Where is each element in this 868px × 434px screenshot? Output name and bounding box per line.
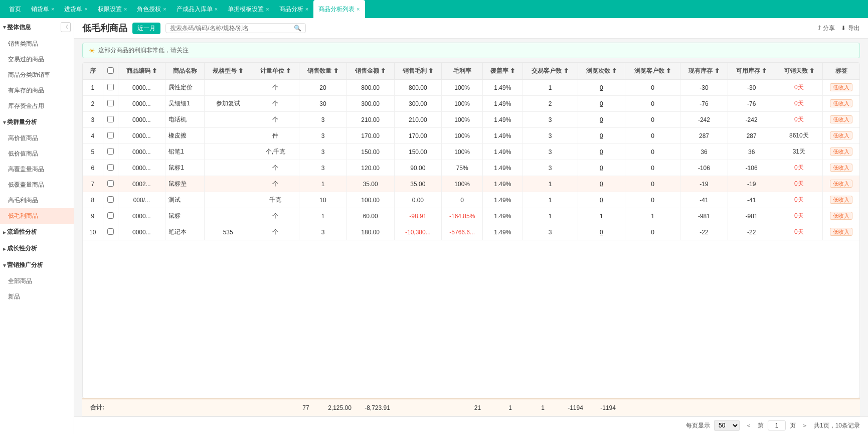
cell-tags: 低收入 xyxy=(823,112,859,128)
cell-qty: 1 xyxy=(299,208,347,224)
cell-check[interactable] xyxy=(103,192,118,208)
cell-trade-customers: 1 xyxy=(523,192,578,208)
sidebar-group-category-analysis[interactable]: ▾ 类群量分析 xyxy=(0,114,74,130)
cell-check[interactable] xyxy=(103,176,118,192)
cell-gross-rate: 100% xyxy=(442,96,483,112)
tag-badge: 低收入 xyxy=(830,115,852,123)
cell-cover-rate: 1.49% xyxy=(483,224,523,240)
sidebar-item-low-value[interactable]: 低价值商品 xyxy=(0,146,74,162)
cell-current-stock: -242 xyxy=(680,112,728,128)
nav-product-analysis-list[interactable]: 商品分析列表× xyxy=(313,0,365,18)
cell-trade-customers: 3 xyxy=(523,224,578,240)
page-input[interactable] xyxy=(768,420,786,430)
sidebar-item-traded-goods[interactable]: 交易过的商品 xyxy=(0,52,74,67)
cell-unit: 个 xyxy=(252,208,299,224)
sidebar-group-overall[interactable]: ▾ 整体信息 《 xyxy=(0,18,74,36)
nav-purchase-order[interactable]: 进货单× xyxy=(59,0,92,18)
cell-spec xyxy=(204,112,252,128)
cell-sale-days: 8610天 xyxy=(775,128,823,144)
th-tags: 标签 xyxy=(823,63,859,80)
cell-check[interactable] xyxy=(103,208,118,224)
cell-seq: 9 xyxy=(83,208,103,224)
cell-gross-profit: 800.00 xyxy=(394,80,442,96)
export-btn[interactable]: ⬇ 导出 xyxy=(841,24,860,33)
th-check[interactable] xyxy=(103,63,118,80)
cell-avail-stock: 36 xyxy=(728,144,775,160)
sidebar-item-new-goods[interactable]: 新品 xyxy=(0,289,74,305)
nav-home[interactable]: 首页 xyxy=(4,0,26,18)
tag-badge: 低收入 xyxy=(830,83,852,91)
cell-check[interactable] xyxy=(103,144,118,160)
cell-seq: 6 xyxy=(83,160,103,176)
cell-gross-profit: 170.00 xyxy=(394,128,442,144)
cell-code: 0000... xyxy=(118,208,165,224)
nav-sales-order[interactable]: 销货单× xyxy=(26,0,59,18)
th-qty: 销售数量 ⬆ xyxy=(299,63,347,80)
sidebar-group-flow-analysis[interactable]: ▸ 流通性分析 xyxy=(0,224,74,240)
cell-check[interactable] xyxy=(103,224,118,240)
cell-check[interactable] xyxy=(103,128,118,144)
cell-unit: 千克 xyxy=(252,192,299,208)
cell-qty: 10 xyxy=(299,192,347,208)
nav-role-auth[interactable]: 角色授权× xyxy=(132,0,171,18)
sidebar-item-all-goods[interactable]: 全部商品 xyxy=(0,273,74,289)
cell-check[interactable] xyxy=(103,160,118,176)
cell-name: 吴细细1 xyxy=(165,96,205,112)
nav-product-inbound[interactable]: 产成品入库单× xyxy=(171,0,223,18)
sidebar-item-high-value[interactable]: 高价值商品 xyxy=(0,130,74,146)
th-trade-customers: 交易客户数 ⬆ xyxy=(523,63,578,80)
sidebar-group-growth-analysis[interactable]: ▸ 成长性分析 xyxy=(0,240,74,257)
table-row: 5 0000... 铅笔1 个,千克 3 150.00 150.00 100% … xyxy=(83,144,859,160)
total-label: 合计: xyxy=(90,403,110,412)
next-page-btn[interactable]: ＞ xyxy=(800,420,810,431)
sidebar-item-low-margin[interactable]: 低毛利商品 xyxy=(0,208,74,224)
prev-page-btn[interactable]: ＜ xyxy=(744,420,754,431)
sidebar-item-sales-goods[interactable]: 销售类商品 xyxy=(0,36,74,52)
cell-spec xyxy=(204,128,252,144)
cell-current-stock: -19 xyxy=(680,176,728,192)
cell-gross-rate: 100% xyxy=(442,176,483,192)
th-cover-rate: 覆盖率 ⬆ xyxy=(483,63,523,80)
th-gross-rate: 毛利率 xyxy=(442,63,483,80)
total-browse-count: 1 xyxy=(494,404,527,411)
cell-current-stock: -76 xyxy=(680,96,728,112)
cell-tags: 低收入 xyxy=(823,224,859,240)
share-btn[interactable]: ⤴ 分享 xyxy=(818,24,835,33)
sidebar-item-high-coverage[interactable]: 高覆盖量商品 xyxy=(0,162,74,177)
sidebar-item-instock-goods[interactable]: 有库存的商品 xyxy=(0,83,74,98)
cell-unit: 个 xyxy=(252,80,299,96)
page-size-select[interactable]: 50 100 200 xyxy=(714,420,740,431)
cell-tags: 低收入 xyxy=(823,176,859,192)
export-icon: ⬇ xyxy=(841,25,846,32)
main-layout: ▾ 整体信息 《 销售类商品 交易过的商品 商品分类助销率 有库存的商品 库存资… xyxy=(0,18,868,434)
cell-tags: 低收入 xyxy=(823,208,859,224)
cell-qty: 3 xyxy=(299,112,347,128)
cell-cover-rate: 1.49% xyxy=(483,112,523,128)
cell-check[interactable] xyxy=(103,80,118,96)
cell-current-stock: -106 xyxy=(680,160,728,176)
cell-sale-days: 0天 xyxy=(775,224,823,240)
cell-seq: 2 xyxy=(83,96,103,112)
cell-name: 鼠标1 xyxy=(165,160,205,176)
sidebar-item-stock-capital[interactable]: 库存资金占用 xyxy=(0,98,74,114)
sidebar-collapse-btn[interactable]: 《 xyxy=(61,22,71,32)
cell-code: 0002... xyxy=(118,176,165,192)
nav-product-analysis[interactable]: 商品分析× xyxy=(274,0,313,18)
cell-trade-customers: 3 xyxy=(523,144,578,160)
nav-permissions[interactable]: 权限设置× xyxy=(93,0,132,18)
cell-current-stock: -30 xyxy=(680,80,728,96)
select-all-checkbox[interactable] xyxy=(107,67,114,74)
cell-sale-days: 31天 xyxy=(775,144,823,160)
sidebar-item-low-coverage[interactable]: 低覆盖量商品 xyxy=(0,177,74,193)
cell-avail-stock: -981 xyxy=(728,208,775,224)
filter-recent-month-btn[interactable]: 近一月 xyxy=(132,23,160,34)
sidebar-item-goods-category-rate[interactable]: 商品分类助销率 xyxy=(0,67,74,83)
cell-browse-count: 0 xyxy=(578,224,625,240)
cell-check[interactable] xyxy=(103,96,118,112)
search-icon[interactable]: 🔍 xyxy=(294,25,301,32)
sidebar-item-high-margin[interactable]: 高毛利商品 xyxy=(0,193,74,208)
cell-check[interactable] xyxy=(103,112,118,128)
search-input[interactable] xyxy=(170,25,294,32)
nav-template-settings[interactable]: 单据模板设置× xyxy=(223,0,274,18)
sidebar-group-marketing-analysis[interactable]: ▾ 营销推广分析 xyxy=(0,257,74,273)
